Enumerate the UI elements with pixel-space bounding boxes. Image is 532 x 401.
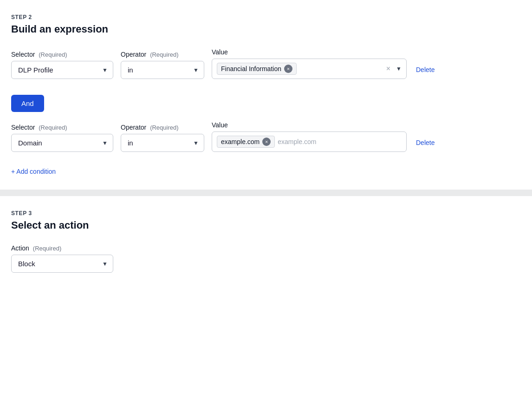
delete-button-2[interactable]: Delete <box>414 134 436 151</box>
selector-field-group-2: Selector (Required) Domain DLP Profile ▼ <box>11 124 113 152</box>
value-label-1: Value <box>212 48 407 56</box>
value-tag-remove-financial[interactable]: × <box>284 65 292 73</box>
operator-select-2[interactable]: in not in <box>121 134 204 152</box>
selector-label-1: Selector (Required) <box>11 51 113 58</box>
value-input-box-1[interactable]: Financial Information × × ▼ <box>212 59 407 79</box>
selector-select-2[interactable]: Domain DLP Profile <box>11 134 113 152</box>
action-label: Action (Required) <box>11 244 113 252</box>
selector-select-wrapper-2[interactable]: Domain DLP Profile ▼ <box>11 134 113 152</box>
value-tag-domain: example.com × <box>217 136 275 148</box>
condition-row-2: Selector (Required) Domain DLP Profile ▼ <box>11 121 521 152</box>
action-select[interactable]: Block Allow Monitor <box>11 255 113 273</box>
operator-select-wrapper-2[interactable]: in not in ▼ <box>121 134 204 152</box>
step3-label: STEP 3 <box>11 210 521 217</box>
value-field-group-1: Value Financial Information × × ▼ <box>212 48 407 79</box>
operator-select-1[interactable]: in not in <box>121 61 204 79</box>
value-clear-btn-1[interactable]: × <box>385 65 391 73</box>
value-tag-text-financial: Financial Information <box>221 65 281 72</box>
value-tag-financial: Financial Information × <box>217 63 297 75</box>
selector-select-1[interactable]: DLP Profile Domain <box>11 61 113 79</box>
selector-select-wrapper-1[interactable]: DLP Profile Domain ▼ <box>11 61 113 79</box>
step2-section: STEP 2 Build an expression Selector (Req… <box>0 0 532 190</box>
value-tag-text-domain: example.com <box>221 138 260 145</box>
operator-field-group-1: Operator (Required) in not in ▼ <box>121 51 204 79</box>
step3-title: Select an action <box>11 219 521 231</box>
fields-row-1: Selector (Required) DLP Profile Domain ▼ <box>11 48 521 79</box>
step2-title: Build an expression <box>11 23 521 35</box>
fields-row-2: Selector (Required) Domain DLP Profile ▼ <box>11 121 521 152</box>
value-dropdown-arrow-1[interactable]: ▼ <box>396 66 402 72</box>
step2-label: STEP 2 <box>11 14 521 20</box>
value-input-box-2[interactable]: example.com × example.com <box>212 131 407 152</box>
section-divider <box>0 190 532 196</box>
condition-row-1: Selector (Required) DLP Profile Domain ▼ <box>11 48 521 79</box>
action-select-wrapper[interactable]: Block Allow Monitor ▼ <box>11 255 113 273</box>
operator-label-2: Operator (Required) <box>121 124 204 131</box>
selector-label-2: Selector (Required) <box>11 124 113 131</box>
operator-label-1: Operator (Required) <box>121 51 204 58</box>
selector-field-group-1: Selector (Required) DLP Profile Domain ▼ <box>11 51 113 79</box>
operator-field-group-2: Operator (Required) in not in ▼ <box>121 124 204 152</box>
value-placeholder-2: example.com <box>278 138 316 145</box>
action-field-group: Action (Required) Block Allow Monitor ▼ <box>11 244 113 273</box>
step3-section: STEP 3 Select an action Action (Required… <box>0 196 532 287</box>
operator-select-wrapper-1[interactable]: in not in ▼ <box>121 61 204 79</box>
add-condition-link[interactable]: + Add condition <box>11 168 56 175</box>
value-field-group-2: Value example.com × example.com <box>212 121 407 152</box>
delete-button-1[interactable]: Delete <box>414 61 436 78</box>
value-label-2: Value <box>212 121 407 129</box>
and-button[interactable]: And <box>11 95 44 112</box>
value-tag-remove-domain[interactable]: × <box>262 138 271 146</box>
